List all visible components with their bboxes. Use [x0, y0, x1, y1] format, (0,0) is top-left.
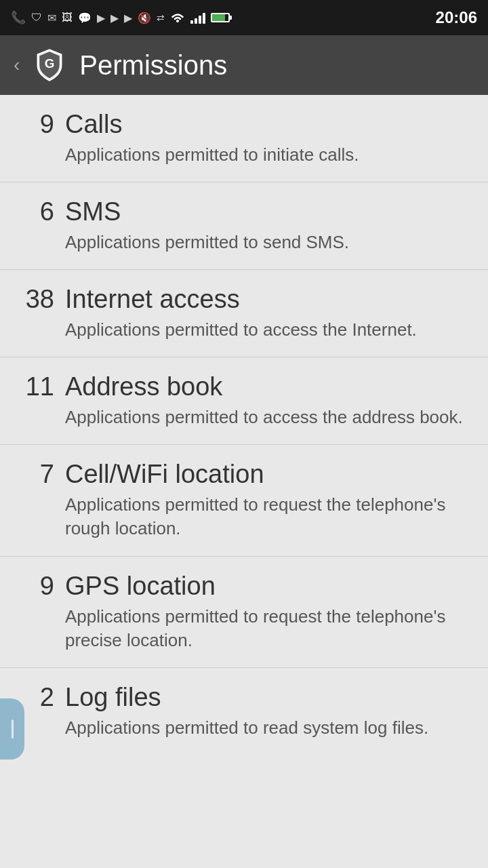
status-bar: 📞 🛡 ✉ 🖼 💬 ▶ ▶ ▶ 🔇 ⇄ 20:06 [0, 0, 488, 35]
image-icon: 🖼 [62, 12, 73, 24]
permission-description: Applications permitted to read system lo… [65, 716, 469, 740]
permission-count: 9 [19, 572, 54, 601]
permission-name: SMS [65, 197, 121, 226]
permission-item[interactable]: 6SMSApplications permitted to send SMS. [0, 182, 488, 270]
play3-icon: ▶ [124, 12, 132, 24]
permission-count: 7 [19, 460, 54, 489]
permission-header-row: 2Log files [19, 683, 469, 712]
permission-name: GPS location [65, 572, 216, 601]
signal-icon [190, 12, 205, 24]
sync-icon: ⇄ [157, 12, 165, 23]
permission-item[interactable]: 7Cell/WiFi locationApplications permitte… [0, 445, 488, 556]
svg-text:G: G [45, 56, 55, 71]
page-title: Permissions [79, 50, 227, 81]
permission-name: Address book [65, 372, 222, 401]
scroll-line [12, 719, 14, 738]
scroll-handle[interactable] [0, 698, 24, 760]
permission-description: Applications permitted to request the te… [65, 605, 469, 652]
permission-item[interactable]: 2Log filesApplications permitted to read… [0, 668, 488, 755]
permission-header-row: 7Cell/WiFi location [19, 460, 469, 489]
mute-icon: 🔇 [138, 12, 151, 24]
status-time: 20:06 [436, 8, 477, 27]
permission-header-row: 38Internet access [19, 285, 469, 314]
permission-count: 2 [19, 683, 54, 712]
permission-name: Internet access [65, 285, 240, 314]
permission-name: Calls [65, 110, 122, 139]
svg-point-0 [176, 20, 179, 22]
shield-status-icon: 🛡 [31, 12, 42, 24]
mail-icon: ✉ [47, 12, 56, 24]
back-button[interactable]: ‹ [14, 54, 20, 76]
permission-list: 9CallsApplications permitted to initiate… [0, 95, 488, 755]
play1-icon: ▶ [97, 12, 105, 24]
phone-icon: 📞 [11, 10, 26, 25]
wifi-icon [170, 12, 185, 24]
permission-item[interactable]: 11Address bookApplications permitted to … [0, 357, 488, 445]
permission-item[interactable]: 9CallsApplications permitted to initiate… [0, 95, 488, 182]
permission-count: 11 [19, 372, 54, 401]
battery-icon [211, 13, 230, 22]
scroll-handle-lines [12, 719, 14, 738]
permission-description: Applications permitted to request the te… [65, 493, 469, 540]
permission-description: Applications permitted to initiate calls… [65, 143, 469, 167]
permission-count: 38 [19, 285, 54, 314]
app-shield-icon: G [33, 49, 66, 81]
permission-item[interactable]: 38Internet accessApplications permitted … [0, 270, 488, 357]
permission-header-row: 9GPS location [19, 572, 469, 601]
permission-header-row: 11Address book [19, 372, 469, 401]
permission-header-row: 6SMS [19, 197, 469, 226]
status-icons: 📞 🛡 ✉ 🖼 💬 ▶ ▶ ▶ 🔇 ⇄ [11, 10, 230, 25]
chat-icon: 💬 [78, 12, 92, 24]
permission-header-row: 9Calls [19, 110, 469, 139]
play2-icon: ▶ [110, 12, 119, 24]
permission-description: Applications permitted to access the add… [65, 406, 469, 429]
permission-count: 9 [19, 110, 54, 139]
app-header: ‹ G Permissions [0, 35, 488, 95]
permission-item[interactable]: 9GPS locationApplications permitted to r… [0, 557, 488, 668]
permission-count: 6 [19, 197, 54, 226]
permission-description: Applications permitted to send SMS. [65, 231, 469, 254]
permission-name: Cell/WiFi location [65, 460, 264, 489]
permission-name: Log files [65, 683, 161, 712]
permission-description: Applications permitted to access the Int… [65, 318, 469, 342]
